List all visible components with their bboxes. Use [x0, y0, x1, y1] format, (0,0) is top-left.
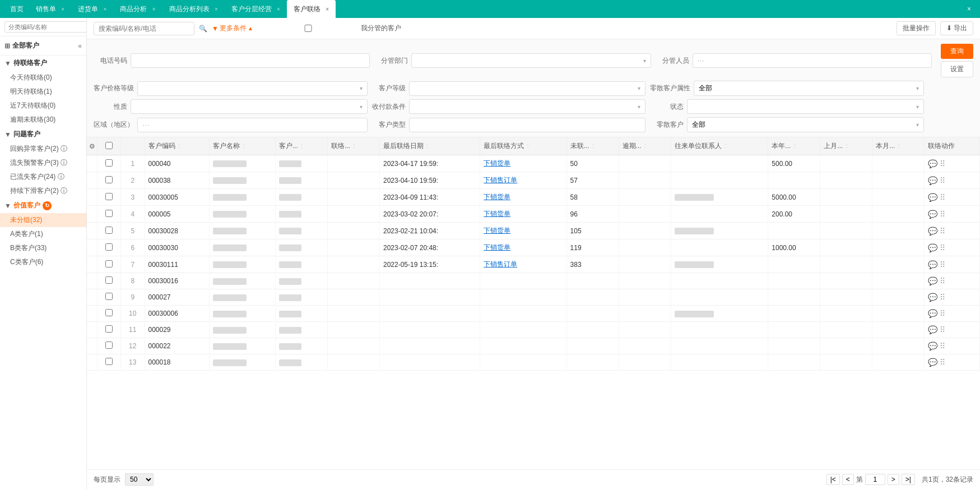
sidebar-item-ungrouped[interactable]: 未分组(32): [0, 213, 86, 227]
more-icon[interactable]: ⠿: [940, 176, 945, 185]
reset-button[interactable]: 设置: [941, 61, 973, 77]
chat-icon[interactable]: 💬: [928, 342, 937, 350]
sidebar-section-problem[interactable]: ▼ 问题客户: [0, 127, 86, 142]
filter-customer-type-input[interactable]: [409, 118, 646, 132]
chat-icon[interactable]: 💬: [928, 176, 937, 185]
chat-icon[interactable]: 💬: [928, 243, 937, 252]
more-icon[interactable]: ⠿: [940, 243, 945, 252]
prev-page-btn[interactable]: <: [842, 474, 854, 485]
page-number-input[interactable]: [865, 474, 885, 485]
filter-retail-select[interactable]: 全部 ▾: [687, 117, 924, 132]
row-last-contact-method[interactable]: [480, 354, 566, 371]
row-last-contact-method[interactable]: 下销货单: [480, 189, 566, 206]
filter-region-input[interactable]: ···: [137, 118, 368, 132]
filter-customer-level-select[interactable]: ▾: [409, 81, 646, 96]
close-product-analysis-list-icon[interactable]: ×: [215, 6, 218, 12]
more-icon[interactable]: ⠿: [940, 293, 945, 302]
more-icon[interactable]: ⠿: [940, 276, 945, 285]
close-customer-tier-icon[interactable]: ×: [277, 6, 280, 12]
filter-payment-select[interactable]: ▾: [409, 99, 646, 114]
search-input[interactable]: [94, 22, 194, 35]
table-settings-col[interactable]: ⚙: [87, 137, 97, 155]
row-checkbox[interactable]: [105, 342, 113, 349]
table-type-col[interactable]: 客户... :: [275, 137, 327, 155]
chat-icon[interactable]: 💬: [928, 276, 937, 285]
close-window-icon[interactable]: ×: [963, 5, 976, 13]
table-last-contact-method-col[interactable]: 最后联络方式 :: [480, 137, 566, 155]
table-company-contact-col[interactable]: 往来单位联系人 :: [671, 137, 768, 155]
more-icon[interactable]: ⠿: [940, 260, 945, 269]
row-last-contact-method[interactable]: [480, 306, 566, 322]
row-last-contact-method[interactable]: [480, 273, 566, 289]
close-customer-contact-icon[interactable]: ×: [326, 6, 329, 12]
sidebar-section-value[interactable]: ▼ 价值客户 ↻: [0, 198, 86, 213]
table-last-month-col[interactable]: 上月... :: [820, 137, 872, 155]
per-page-select[interactable]: 50 100 200: [125, 473, 154, 486]
table-no-contact-col[interactable]: 未联... :: [566, 137, 619, 155]
chat-icon[interactable]: 💬: [928, 293, 937, 302]
row-last-contact-method[interactable]: 下销售订单: [480, 256, 566, 273]
filter-manager-input[interactable]: ···: [693, 53, 932, 68]
row-checkbox[interactable]: [105, 325, 113, 333]
row-last-contact-method[interactable]: [480, 322, 566, 338]
my-customers-checkbox[interactable]: [258, 25, 359, 32]
sidebar-item-declining[interactable]: 持续下滑客户(2) ⓘ: [0, 184, 86, 198]
chat-icon[interactable]: 💬: [928, 193, 937, 202]
more-icon[interactable]: ⠿: [940, 358, 945, 367]
table-code-col[interactable]: 客户编码 :: [145, 137, 210, 155]
row-checkbox[interactable]: [105, 358, 113, 365]
table-overdue-col[interactable]: 逾期... :: [619, 137, 671, 155]
row-checkbox[interactable]: [105, 193, 113, 200]
collapse-sidebar-icon[interactable]: «: [78, 42, 82, 50]
row-last-contact-method[interactable]: 下销货单: [480, 239, 566, 256]
row-checkbox[interactable]: [105, 159, 113, 167]
row-last-contact-method[interactable]: 下销货单: [480, 155, 566, 172]
more-icon[interactable]: ⠿: [940, 210, 945, 219]
more-icon[interactable]: ⠿: [940, 193, 945, 202]
row-checkbox[interactable]: [105, 293, 113, 300]
export-button[interactable]: ⬇ 导出: [940, 21, 973, 35]
tab-customer-contact[interactable]: 客户联络 ×: [287, 0, 336, 18]
sidebar-item-class-a[interactable]: A类客户(1): [0, 227, 86, 241]
chat-icon[interactable]: 💬: [928, 309, 937, 318]
first-page-btn[interactable]: |<: [826, 474, 840, 485]
table-checkbox-all-col[interactable]: [97, 137, 121, 155]
close-purchase-order-icon[interactable]: ×: [104, 6, 107, 12]
tab-product-analysis[interactable]: 商品分析 ×: [113, 0, 162, 18]
sidebar-search-input[interactable]: [4, 21, 87, 33]
more-icon[interactable]: ⠿: [940, 342, 945, 350]
chat-icon[interactable]: 💬: [928, 358, 937, 367]
chat-icon[interactable]: 💬: [928, 325, 937, 334]
filter-phone-input[interactable]: [131, 53, 370, 68]
more-icon[interactable]: ⠿: [940, 325, 945, 334]
sidebar-item-class-c[interactable]: C类客户(6): [0, 255, 86, 269]
row-checkbox[interactable]: [105, 276, 113, 284]
table-this-year-col[interactable]: 本年... :: [768, 137, 820, 155]
query-button[interactable]: 查询: [941, 44, 973, 59]
more-icon[interactable]: ⠿: [940, 159, 945, 168]
more-icon[interactable]: ⠿: [940, 309, 945, 318]
filter-search-icon[interactable]: 🔍: [199, 25, 207, 33]
row-last-contact-method[interactable]: 下销货单: [480, 223, 566, 239]
sidebar-item-7day-pending[interactable]: 近7天待联络(0): [0, 99, 86, 113]
sidebar-item-churn-warning[interactable]: 流失预警客户(3) ⓘ: [0, 156, 86, 170]
row-checkbox[interactable]: [105, 227, 113, 234]
table-contact-col[interactable]: 联络... :: [327, 137, 379, 155]
sidebar-all-customers[interactable]: ⊞ 全部客户 «: [0, 36, 86, 56]
more-conditions-btn[interactable]: ▼ 更多条件 ▲: [212, 24, 253, 33]
row-checkbox[interactable]: [105, 260, 113, 267]
filter-status-select[interactable]: ▾: [687, 99, 924, 114]
select-all-checkbox[interactable]: [105, 142, 113, 149]
sidebar-item-tomorrow-pending[interactable]: 明天待联络(1): [0, 85, 86, 99]
refresh-icon[interactable]: ↻: [43, 201, 52, 210]
tab-product-analysis-list[interactable]: 商品分析列表 ×: [162, 0, 225, 18]
filter-nature-select[interactable]: ▾: [131, 99, 368, 114]
table-name-col[interactable]: 客户名称 :: [210, 137, 276, 155]
table-this-month-col[interactable]: 本月... :: [872, 137, 925, 155]
close-sales-order-icon[interactable]: ×: [61, 6, 64, 12]
row-checkbox[interactable]: [105, 309, 113, 316]
chat-icon[interactable]: 💬: [928, 227, 937, 236]
filter-price-level-select[interactable]: ▾: [137, 81, 368, 96]
chat-icon[interactable]: 💬: [928, 210, 937, 219]
chat-icon[interactable]: 💬: [928, 260, 937, 269]
